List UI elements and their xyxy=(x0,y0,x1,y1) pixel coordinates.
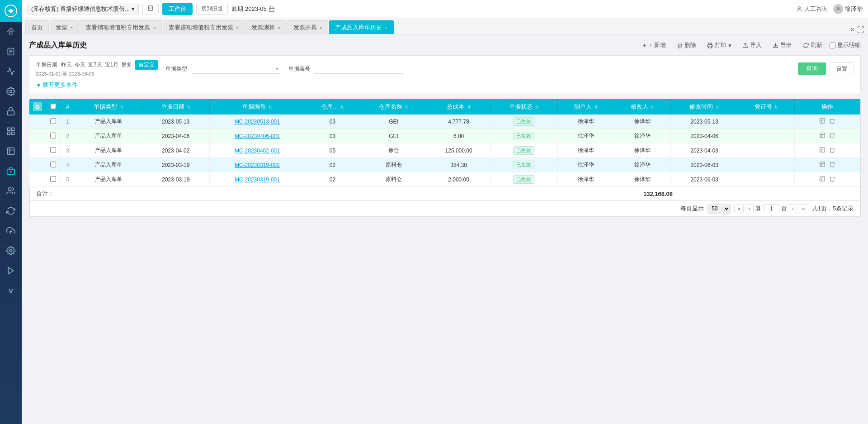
col-modifier[interactable]: 修改人 ⇅ xyxy=(614,99,670,114)
import-button[interactable]: 导入 xyxy=(739,40,765,51)
tab-calc-close[interactable]: × xyxy=(278,25,280,30)
edit-icon[interactable] xyxy=(819,161,826,169)
cell-checkbox[interactable] xyxy=(46,158,61,172)
cell-code[interactable]: MC-20230402-001 xyxy=(209,143,305,158)
last-month-shortcut[interactable]: 近1月 xyxy=(105,61,119,69)
type-filter-select[interactable] xyxy=(191,64,281,74)
print-button[interactable]: 打印 ▾ xyxy=(703,40,735,51)
row-checkbox[interactable] xyxy=(50,133,56,138)
per-page-select[interactable]: 50 100 xyxy=(708,204,731,214)
yesterday-shortcut[interactable]: 昨天 xyxy=(61,61,72,69)
prev-page-button[interactable]: ‹ xyxy=(745,204,754,213)
next-page-button[interactable]: › xyxy=(789,204,797,213)
refresh-button[interactable]: 刷新 xyxy=(799,40,826,51)
edit-icon[interactable] xyxy=(819,118,826,125)
page-number-input[interactable] xyxy=(763,204,779,213)
num-filter-input[interactable] xyxy=(314,64,404,74)
tab-invoice-close[interactable]: × xyxy=(70,25,73,30)
row-checkbox[interactable] xyxy=(50,176,56,182)
sidebar-item-user[interactable] xyxy=(0,181,22,201)
delete-row-icon[interactable] xyxy=(829,118,835,125)
tab-invoice-open-close[interactable]: × xyxy=(320,25,322,30)
cell-code[interactable]: MC-20230513-001 xyxy=(209,114,305,129)
show-detail-checkbox-wrapper[interactable]: 显示明细 xyxy=(830,41,861,49)
company-selector[interactable]: (库存核算) 直播轻绿通信息技术股份... ▾ xyxy=(27,4,139,14)
switch-version-button[interactable]: 切到旧版 xyxy=(196,3,228,15)
show-detail-checkbox[interactable] xyxy=(830,43,835,48)
sidebar-item-refresh[interactable] xyxy=(0,201,22,221)
col-modify-time[interactable]: 修改时间 ⇅ xyxy=(671,99,738,114)
col-checkbox[interactable] xyxy=(46,99,61,114)
sidebar-item-warehouse[interactable] xyxy=(0,161,22,181)
cell-checkbox[interactable] xyxy=(46,129,61,143)
sidebar-item-table[interactable] xyxy=(0,141,22,161)
tab-calc[interactable]: 发票测算 × xyxy=(245,20,286,34)
edit-icon[interactable] xyxy=(819,132,826,140)
sidebar-item-v[interactable]: V xyxy=(0,281,22,300)
query-button[interactable]: 查询 xyxy=(798,62,826,75)
col-status[interactable]: 单据状态 ⇅ xyxy=(490,99,557,114)
col-type[interactable]: 单据类型 ⇅ xyxy=(75,99,142,114)
cell-checkbox[interactable] xyxy=(46,172,61,187)
tab-vat-in-close[interactable]: × xyxy=(236,25,239,30)
delete-row-icon[interactable] xyxy=(829,176,835,183)
col-total-cost[interactable]: 总成本 ⇅ xyxy=(427,99,490,114)
cell-code[interactable]: MC-20230406-001 xyxy=(209,129,305,143)
tab-home[interactable]: 首页 xyxy=(25,20,49,34)
export-button[interactable]: 导出 xyxy=(769,40,796,51)
set-button[interactable]: 设置 xyxy=(830,62,854,75)
select-all-checkbox[interactable] xyxy=(50,103,56,109)
column-settings-icon[interactable]: ⚙ xyxy=(33,102,42,111)
custom-date-button[interactable]: 自定义 xyxy=(135,60,158,70)
row-checkbox[interactable] xyxy=(50,162,56,167)
sidebar-item-upload[interactable] xyxy=(0,221,22,241)
tab-invoice[interactable]: 发票 × xyxy=(50,20,79,34)
first-page-button[interactable]: « xyxy=(734,204,744,213)
col-warehouse-code[interactable]: 仓库... ⇅ xyxy=(305,99,360,114)
cell-code[interactable]: MC-20230319-002 xyxy=(209,158,305,172)
tab-vat-out-close[interactable]: × xyxy=(153,25,156,30)
user-menu[interactable]: 徐泽华 xyxy=(833,4,863,14)
delete-row-icon[interactable] xyxy=(829,161,835,169)
new-button[interactable]: ＋ + 新增 xyxy=(638,40,670,51)
cell-checkbox[interactable] xyxy=(46,114,61,129)
last7-shortcut[interactable]: 近7天 xyxy=(88,61,102,69)
col-creator[interactable]: 制单人 ⇅ xyxy=(557,99,614,114)
edit-icon[interactable] xyxy=(819,147,826,154)
sidebar-item-chart[interactable] xyxy=(0,62,22,81)
delete-row-icon[interactable] xyxy=(829,147,835,154)
tab-vat-out[interactable]: 查看销项增值税专用发票 × xyxy=(80,20,161,34)
col-warehouse-name[interactable]: 仓库名称 ⇅ xyxy=(360,99,427,114)
expand-conditions-button[interactable]: ▼ 展开更多条件 xyxy=(36,81,854,89)
col-date[interactable]: 单据日期 ⇅ xyxy=(142,99,209,114)
tab-invoice-open[interactable]: 发票开具 × xyxy=(288,20,328,34)
col-code[interactable]: 单据编号 ⇅ xyxy=(209,99,305,114)
doc-btn[interactable] xyxy=(142,3,159,15)
tab-history[interactable]: 产成品入库单历史 × xyxy=(329,20,393,34)
table-row[interactable]: 5 产品入库单 2023-03-19 MC-20230319-001 02 原料… xyxy=(29,172,860,187)
row-checkbox[interactable] xyxy=(50,147,56,153)
help-button[interactable]: 人工咨询 xyxy=(796,5,828,13)
tab-vat-in[interactable]: 查看进项增值税专用发票 × xyxy=(163,20,245,34)
last-page-button[interactable]: » xyxy=(799,204,808,213)
col-settings[interactable]: ⚙ xyxy=(29,99,46,114)
tab-close-all-button[interactable]: × xyxy=(850,26,854,34)
cell-checkbox[interactable] xyxy=(46,143,61,158)
workbench-button[interactable]: 工作台 xyxy=(162,3,193,15)
col-voucher[interactable]: 凭证号 ⇅ xyxy=(738,99,794,114)
delete-row-icon[interactable] xyxy=(829,132,835,140)
table-row[interactable]: 1 产品入库单 2023-05-13 MC-20230513-001 03 GE… xyxy=(29,114,860,129)
cell-code[interactable]: MC-20230319-001 xyxy=(209,172,305,187)
sidebar-item-settings[interactable] xyxy=(0,81,22,101)
tab-history-close[interactable]: × xyxy=(385,25,387,30)
app-logo[interactable] xyxy=(0,0,22,22)
sidebar-item-play[interactable] xyxy=(0,261,22,281)
sidebar-item-invoice[interactable] xyxy=(0,42,22,62)
tab-maximize-button[interactable]: ⛶ xyxy=(857,26,864,34)
more-shortcut[interactable]: 更多 xyxy=(121,61,132,69)
table-row[interactable]: 2 产品入库单 2023-04-06 MC-20230406-001 03 GE… xyxy=(29,129,860,143)
table-row[interactable]: 3 产品入库单 2023-04-02 MC-20230402-001 05 徐合… xyxy=(29,143,860,158)
sidebar-item-lock[interactable] xyxy=(0,101,22,121)
sidebar-item-home[interactable] xyxy=(0,22,22,42)
sidebar-item-gear2[interactable] xyxy=(0,241,22,261)
